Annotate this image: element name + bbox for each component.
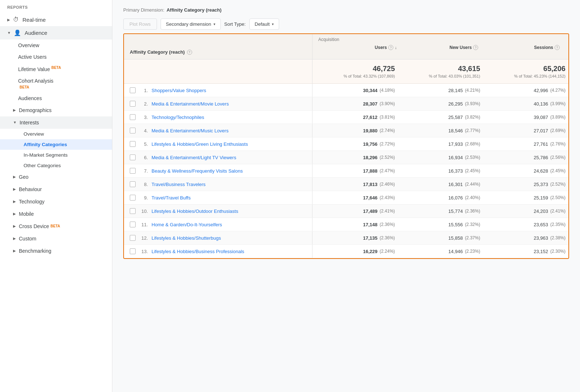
cohort-beta: BETA bbox=[20, 85, 29, 89]
table-row: 11. Home & Garden/Do-It-Yourselfers 17,1… bbox=[124, 218, 568, 231]
sidebar-item-custom[interactable]: ▶ Custom bbox=[0, 232, 112, 245]
row-category-link[interactable]: Technology/Technophiles bbox=[152, 115, 204, 120]
row-sessions-value: 23,653 bbox=[534, 222, 548, 227]
row-dimension-cell: 2. Media & Entertainment/Movie Lovers bbox=[124, 97, 312, 110]
row-users-value: 17,888 bbox=[363, 168, 378, 174]
sidebar-item-affinity-categories[interactable]: Affinity Categories bbox=[0, 139, 112, 150]
row-users: 17,135 (2.36%) bbox=[312, 232, 398, 244]
row-values: 30,344 (4.18%) 28,145 (4.21%) 42,996 (4.… bbox=[312, 84, 568, 97]
sidebar-item-geo[interactable]: ▶ Geo bbox=[0, 171, 112, 183]
sidebar-item-interests[interactable]: ▼ Interests bbox=[0, 116, 112, 129]
row-sessions-pct: (2.41%) bbox=[550, 209, 566, 214]
row-values: 17,888 (2.47%) 16,373 (2.45%) 24,628 (2.… bbox=[312, 165, 568, 177]
sidebar-item-benchmarking[interactable]: ▶ Benchmarking bbox=[0, 245, 112, 257]
row-category-link[interactable]: Media & Entertainment/Music Lovers bbox=[152, 128, 228, 133]
row-category-link[interactable]: Lifestyles & Hobbies/Green Living Enthus… bbox=[152, 141, 248, 147]
row-sessions: 23,963 (2.38%) bbox=[483, 232, 568, 244]
row-users-pct: (2.41%) bbox=[380, 209, 395, 214]
row-category-link[interactable]: Media & Entertainment/Light TV Viewers bbox=[152, 155, 236, 160]
row-new-users-value: 26,295 bbox=[448, 101, 463, 107]
row-dimension-cell: 12. Lifestyles & Hobbies/Shutterbugs bbox=[124, 231, 312, 244]
row-checkbox[interactable] bbox=[130, 222, 136, 227]
row-dimension-cell: 11. Home & Garden/Do-It-Yourselfers bbox=[124, 218, 312, 231]
plot-rows-button[interactable]: Plot Rows bbox=[123, 18, 157, 30]
sort-default-label: Default bbox=[255, 21, 270, 27]
row-new-users-pct: (2.23%) bbox=[465, 249, 480, 254]
new-users-help-icon[interactable]: ? bbox=[473, 45, 478, 50]
secondary-dimension-dropdown[interactable]: Secondary dimension ▾ bbox=[161, 18, 221, 30]
row-users: 28,307 (3.90%) bbox=[312, 98, 398, 110]
sidebar-item-behaviour[interactable]: ▶ Behaviour bbox=[0, 183, 112, 195]
row-checkbox[interactable] bbox=[130, 195, 136, 201]
audience-label: Audience bbox=[25, 30, 47, 36]
row-checkbox[interactable] bbox=[130, 101, 136, 107]
row-category-link[interactable]: Media & Entertainment/Movie Lovers bbox=[152, 101, 229, 107]
row-checkbox[interactable] bbox=[130, 141, 136, 147]
sidebar-item-lifetime-value[interactable]: Lifetime ValueBETA bbox=[0, 63, 112, 75]
row-checkbox[interactable] bbox=[130, 128, 136, 133]
sidebar-item-other-categories[interactable]: Other Categories bbox=[0, 160, 112, 171]
sidebar-item-active-users[interactable]: Active Users bbox=[0, 51, 112, 63]
row-sessions-pct: (3.89%) bbox=[550, 115, 566, 120]
row-new-users-pct: (3.82%) bbox=[465, 115, 480, 120]
row-number: 1. bbox=[139, 88, 148, 93]
sidebar-item-overview[interactable]: Overview bbox=[0, 40, 112, 51]
row-sessions: 40,136 (3.99%) bbox=[483, 98, 568, 110]
row-users-pct: (2.46%) bbox=[380, 182, 395, 187]
technology-arrow: ▶ bbox=[13, 199, 16, 203]
row-checkbox[interactable] bbox=[130, 235, 136, 241]
sidebar-item-realtime[interactable]: ▶ ⏱ Real-time bbox=[0, 13, 112, 26]
row-checkbox[interactable] bbox=[130, 181, 136, 187]
sidebar-item-technology[interactable]: ▶ Technology bbox=[0, 195, 112, 208]
summary-row: 46,725 % of Total: 43.32% (107,869) 43,6… bbox=[124, 59, 568, 84]
sidebar-item-in-market-segments[interactable]: In-Market Segments bbox=[0, 150, 112, 160]
row-users: 17,888 (2.47%) bbox=[312, 165, 398, 177]
row-sessions: 25,159 (2.50%) bbox=[483, 191, 568, 204]
lifetime-value-beta: BETA bbox=[51, 66, 61, 70]
row-category-link[interactable]: Lifestyles & Hobbies/Outdoor Enthusiasts bbox=[152, 209, 238, 214]
sort-type-dropdown[interactable]: Default ▾ bbox=[249, 18, 279, 30]
row-category-link[interactable]: Travel/Travel Buffs bbox=[152, 195, 191, 201]
row-new-users: 16,934 (2.53%) bbox=[398, 151, 483, 164]
row-sessions: 23,653 (2.35%) bbox=[483, 218, 568, 231]
row-users-value: 17,646 bbox=[363, 195, 378, 201]
sidebar-item-interests-overview[interactable]: Overview bbox=[0, 129, 112, 139]
table-row: 7. Beauty & Wellness/Frequently Visits S… bbox=[124, 164, 568, 178]
sidebar-item-demographics[interactable]: ▶ Demographics bbox=[0, 104, 112, 116]
sidebar-item-mobile[interactable]: ▶ Mobile bbox=[0, 208, 112, 220]
row-category-link[interactable]: Lifestyles & Hobbies/Business Profession… bbox=[152, 249, 244, 254]
row-category-link[interactable]: Home & Garden/Do-It-Yourselfers bbox=[152, 222, 222, 227]
sessions-help-icon[interactable]: ? bbox=[555, 45, 560, 50]
row-number: 13. bbox=[139, 249, 148, 254]
dimension-help-icon[interactable]: ? bbox=[187, 50, 192, 55]
row-users-value: 17,135 bbox=[363, 235, 378, 241]
row-number: 7. bbox=[139, 168, 148, 174]
row-checkbox[interactable] bbox=[130, 154, 136, 160]
row-category-link[interactable]: Shoppers/Value Shoppers bbox=[152, 88, 206, 93]
row-new-users-value: 16,076 bbox=[448, 195, 463, 201]
row-checkbox[interactable] bbox=[130, 248, 136, 254]
row-sessions-value: 24,203 bbox=[534, 209, 548, 214]
cross-device-beta: BETA bbox=[50, 224, 60, 228]
row-checkbox[interactable] bbox=[130, 87, 136, 93]
sidebar-item-audiences[interactable]: Audiences bbox=[0, 92, 112, 104]
sidebar-item-audience[interactable]: ▼ 👤 Audience bbox=[0, 26, 112, 40]
row-category-link[interactable]: Beauty & Wellness/Frequently Visits Salo… bbox=[152, 168, 243, 174]
row-sessions-value: 25,159 bbox=[534, 195, 548, 201]
row-checkbox[interactable] bbox=[130, 208, 136, 214]
row-checkbox[interactable] bbox=[130, 114, 136, 120]
acquisition-columns: Users ? ↓ New Users ? Sessions ? bbox=[318, 44, 563, 51]
sidebar-item-cohort-analysis[interactable]: Cohort AnalysisBETA bbox=[0, 75, 112, 92]
summary-new-users: 43,615 % of Total: 43.03% (101,351) bbox=[398, 59, 483, 83]
row-sessions-pct: (2.76%) bbox=[550, 141, 566, 147]
row-category-link[interactable]: Travel/Business Travelers bbox=[152, 182, 206, 187]
row-new-users-value: 17,933 bbox=[448, 141, 463, 147]
row-category-link[interactable]: Lifestyles & Hobbies/Shutterbugs bbox=[152, 235, 221, 241]
users-help-icon[interactable]: ? bbox=[388, 45, 393, 50]
row-users-value: 30,344 bbox=[363, 88, 378, 93]
row-checkbox[interactable] bbox=[130, 168, 136, 174]
users-sort-icon[interactable]: ↓ bbox=[395, 45, 397, 50]
row-new-users-pct: (2.77%) bbox=[465, 128, 480, 133]
table-row: 12. Lifestyles & Hobbies/Shutterbugs 17,… bbox=[124, 231, 568, 245]
sidebar-item-cross-device[interactable]: ▶ Cross Device BETA bbox=[0, 220, 112, 232]
